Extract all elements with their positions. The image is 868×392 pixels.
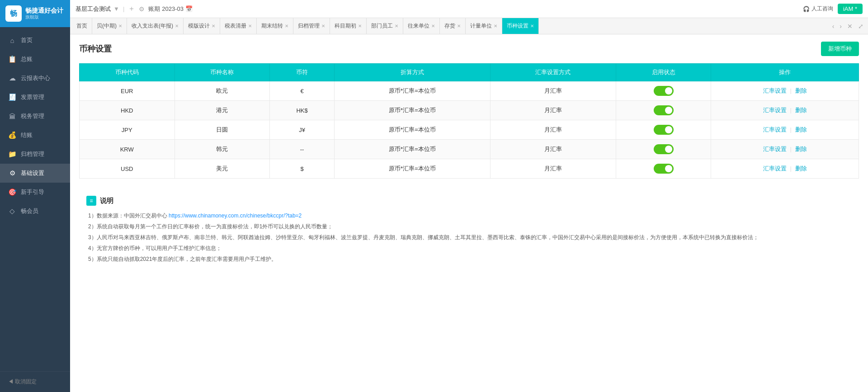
col-code: 币种代码 [80,64,175,81]
notes-link[interactable]: https://www.chinamoney.com.cn/chinese/bk… [169,213,302,219]
settle-icon: 💰 [8,131,16,139]
sidebar-item-reports[interactable]: ☁ 云报表中心 [0,69,70,88]
tab-currency[interactable]: 币种设置 ✕ [502,18,539,34]
sidebar-item-settle[interactable]: 💰 结账 [0,126,70,145]
ledger-icon: 📋 [8,55,16,63]
sidebar-item-settings[interactable]: ⚙ 基础设置 [0,164,70,183]
cell-rate-method: 月汇率 [490,101,616,120]
settings-button[interactable]: ⚙ [139,5,145,13]
page-header: 币种设置 新增币种 [79,42,859,56]
dropdown-icon: ▼ [113,5,119,12]
delete-link[interactable]: 删除 [795,165,807,172]
sidebar-item-label: 发票管理 [21,93,44,101]
tab-close-icon[interactable]: ✕ [457,24,461,28]
cell-calc: 原币*汇率=本位币 [335,140,491,159]
tab-close-icon[interactable]: ✕ [118,24,122,28]
support-button[interactable]: 🎧 人工咨询 [803,5,833,13]
tab-taxclear[interactable]: 税表清册 ✕ [220,18,257,34]
unpin-button[interactable]: ◀ 取消固定 [0,371,70,392]
delete-link[interactable]: 删除 [795,146,807,152]
cell-symbol: HK$ [270,101,335,120]
action-separator: | [790,107,793,113]
col-status: 启用状态 [616,64,711,81]
close-all-tabs-button[interactable]: ✕ [844,21,855,32]
member-icon: ◇ [8,207,16,215]
support-label: 人工咨询 [811,5,833,13]
sidebar-item-ledger[interactable]: 📋 总账 [0,50,70,69]
tab-prev-button[interactable]: ‹ [830,21,837,32]
sidebar-item-label: 税务管理 [21,112,44,120]
cell-symbol: J¥ [270,120,335,140]
cell-code: JPY [80,120,175,140]
delete-link[interactable]: 删除 [795,87,807,94]
tab-close-icon[interactable]: ✕ [395,24,398,28]
main-area: 基层工会测试 ▼ | ＋ ⚙ 账期 2023-03 📅 🎧 人工咨询 iAM *… [70,0,868,392]
sidebar-item-label: 基础设置 [21,169,44,177]
tab-label: 税表清册 [225,22,246,30]
sidebar-item-home[interactable]: ⌂ 首页 [0,31,70,50]
tab-balance[interactable]: 贝(中期) ✕ [92,18,127,34]
status-toggle[interactable] [654,125,674,135]
rate-setting-link[interactable]: 汇率设置 [763,107,787,113]
col-name: 币种名称 [175,64,270,81]
cell-code: KRW [80,140,175,159]
delete-link[interactable]: 删除 [795,107,807,113]
sidebar-item-archive[interactable]: 📁 归档管理 [0,145,70,164]
cell-name: 港元 [175,101,270,120]
status-toggle[interactable] [654,86,674,96]
status-toggle[interactable] [654,144,674,154]
status-toggle[interactable] [654,164,674,174]
tab-close-icon[interactable]: ✕ [431,24,435,28]
add-tab-button[interactable]: ＋ [128,4,135,14]
tab-subjects[interactable]: 科目期初 ✕ [330,18,367,34]
tab-contacts[interactable]: 往来单位 ✕ [403,18,440,34]
topbar-right: 🎧 人工咨询 iAM * [803,4,863,14]
rate-setting-link[interactable]: 汇率设置 [763,165,787,172]
cell-actions: 汇率设置 | 删除 [711,140,859,159]
sidebar-item-member[interactable]: ◇ 畅会员 [0,202,70,221]
rate-setting-link[interactable]: 汇率设置 [763,87,787,94]
action-separator: | [790,165,793,172]
tab-close-icon[interactable]: ✕ [248,24,252,28]
cell-status [616,101,711,120]
sidebar-item-tax[interactable]: 🏛 税务管理 [0,107,70,126]
tab-depts[interactable]: 部门员工 ✕ [367,18,403,34]
tab-income[interactable]: 收入支出表(年报) ✕ [127,18,184,34]
tab-home[interactable]: 首页 [72,18,92,34]
kuaiji-button[interactable]: iAM * [838,4,863,14]
sidebar-item-guide[interactable]: 🎯 新手引导 [0,183,70,202]
tab-period[interactable]: 期末结转 ✕ [257,18,293,34]
rate-setting-link[interactable]: 汇率设置 [763,126,787,133]
period-info: 账期 2023-03 📅 [148,5,193,13]
cell-symbol: $ [270,159,335,179]
tab-inventory[interactable]: 存货 ✕ [440,18,466,34]
cell-rate-method: 月汇率 [490,81,616,101]
expand-button[interactable]: ⤢ [855,21,866,32]
status-toggle[interactable] [654,105,674,115]
delete-link[interactable]: 删除 [795,126,807,133]
cell-calc: 原币*汇率=本位币 [335,120,491,140]
tab-units[interactable]: 计量单位 ✕ [466,18,502,34]
tab-label: 贝(中期) [97,22,117,30]
tab-close-icon[interactable]: ✕ [175,24,179,28]
tab-archivemgr[interactable]: 归档管理 ✕ [293,18,330,34]
tab-close-icon[interactable]: ✕ [358,24,362,28]
tab-next-button[interactable]: › [837,21,844,32]
company-selector[interactable]: 基层工会测试 ▼ [75,5,119,13]
sidebar-item-invoice[interactable]: 🧾 发票管理 [0,88,70,107]
cell-actions: 汇率设置 | 删除 [711,101,859,120]
tab-template[interactable]: 模版设计 ✕ [184,18,220,34]
action-separator: | [790,126,793,133]
tab-close-icon[interactable]: ✕ [494,24,497,28]
new-currency-button[interactable]: 新增币种 [821,42,859,56]
tab-close-icon[interactable]: ✕ [285,24,288,28]
tab-label: 币种设置 [507,22,528,30]
cell-symbol: -- [270,140,335,159]
tab-close-icon[interactable]: ✕ [212,24,215,28]
table-row: HKD 港元 HK$ 原币*汇率=本位币 月汇率 汇率设置 | 删除 [80,101,859,120]
tab-close-icon[interactable]: ✕ [321,24,325,28]
tab-close-icon[interactable]: ✕ [530,24,534,28]
action-separator: | [790,146,793,152]
sidebar-item-label: 归档管理 [21,150,44,158]
rate-setting-link[interactable]: 汇率设置 [763,146,787,152]
